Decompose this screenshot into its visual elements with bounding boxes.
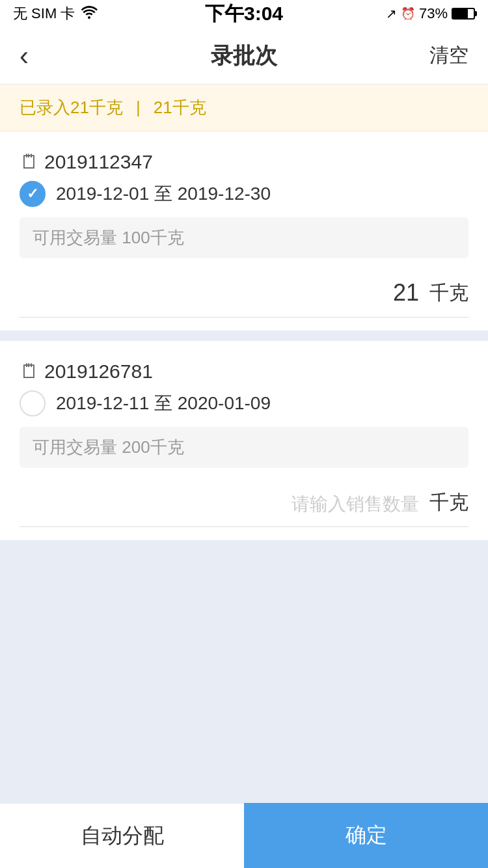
battery-fill	[453, 9, 468, 18]
status-bar: 无 SIM 卡 下午3:04 ↗ ⏰ 73%	[0, 0, 488, 27]
clear-button[interactable]: 清空	[429, 42, 468, 69]
status-right: ↗ ⏰ 73%	[386, 5, 475, 22]
carrier-label: 无 SIM 卡	[13, 4, 75, 23]
battery-percentage: 73%	[419, 5, 448, 22]
summary-divider: |	[136, 98, 141, 118]
batch2-quantity-input[interactable]	[289, 489, 419, 516]
batch1-input-line	[20, 317, 468, 318]
recorded-label: 已录入21千克	[20, 96, 123, 119]
batch1-id: 2019112347	[44, 151, 153, 173]
batch2-id-row: 🗒 2019126781	[20, 360, 468, 383]
batch2-icon: 🗒	[20, 360, 39, 383]
nav-bar: ‹ 录批次 清空	[0, 27, 488, 85]
batch1-date: 2019-12-01 至 2019-12-30	[56, 182, 271, 206]
batch2-input-line	[20, 526, 468, 527]
status-left: 无 SIM 卡	[13, 4, 98, 23]
confirm-button[interactable]: 确定	[244, 803, 488, 868]
batch2-unit: 千克	[429, 489, 468, 516]
bottom-bar: 自动分配 确定	[0, 803, 488, 868]
batch1-quantity-value: 21	[393, 279, 419, 306]
batch1-id-row: 🗒 2019112347	[20, 151, 468, 173]
back-button[interactable]: ‹	[20, 40, 29, 72]
batch1-checkmark: ✓	[27, 185, 38, 202]
batch2-card: 🗒 2019126781 2019-12-11 至 2020-01-09 可用交…	[0, 341, 488, 540]
wifi-icon	[80, 5, 98, 23]
batch2-id: 2019126781	[44, 360, 153, 383]
page-title: 录批次	[211, 41, 277, 71]
status-time: 下午3:04	[205, 1, 283, 27]
batch2-date-row[interactable]: 2019-12-11 至 2020-01-09	[20, 390, 468, 416]
battery-bar	[452, 8, 475, 20]
auto-distribute-button[interactable]: 自动分配	[0, 803, 244, 868]
batch1-card: 🗒 2019112347 ✓ 2019-12-01 至 2019-12-30 可…	[0, 131, 488, 331]
summary-bar: 已录入21千克 | 21千克	[0, 85, 488, 131]
summary-value: 21千克	[154, 96, 206, 119]
batch1-available: 可用交易量 100千克	[33, 228, 184, 247]
alarm-icon: ⏰	[401, 7, 415, 21]
batch1-unit: 千克	[429, 280, 468, 306]
location-icon: ↗	[386, 6, 397, 21]
batch2-date: 2019-12-11 至 2020-01-09	[56, 391, 271, 416]
batch1-quantity-bar: 可用交易量 100千克	[20, 217, 468, 258]
batch1-date-row[interactable]: ✓ 2019-12-01 至 2019-12-30	[20, 181, 468, 207]
batch1-radio[interactable]: ✓	[20, 181, 46, 207]
separator1	[0, 331, 488, 341]
batch2-quantity-bar: 可用交易量 200千克	[20, 427, 468, 468]
batch2-radio[interactable]	[20, 390, 46, 416]
empty-area	[0, 540, 488, 820]
batch2-available: 可用交易量 200千克	[33, 437, 184, 457]
batch1-icon: 🗒	[20, 151, 39, 173]
